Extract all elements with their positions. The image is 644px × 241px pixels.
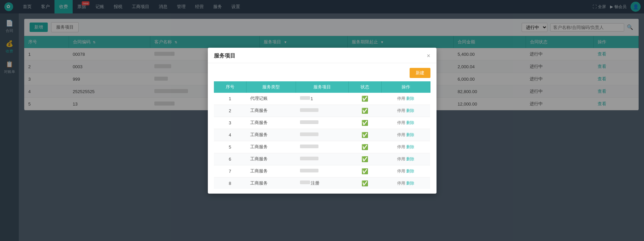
modal-table-row: 5 工商服务 ✅ 停用 删除	[214, 141, 430, 153]
modal-cell-action: 停用 删除	[381, 93, 430, 105]
modal-cell-status: ✅	[349, 177, 382, 189]
modal-cell-type: 工商服务	[246, 129, 296, 141]
modal-cell-status: ✅	[349, 117, 382, 129]
modal-cell-item: 1	[296, 93, 349, 105]
disable-button[interactable]: 停用	[397, 108, 405, 114]
delete-button[interactable]: 删除	[406, 108, 414, 114]
modal-cell-action: 停用 删除	[381, 165, 430, 177]
modal-cell-seq: 7	[214, 165, 247, 177]
modal-table-row: 1 代理记账 1 ✅ 停用 删除	[214, 93, 430, 105]
modal-title: 服务项目	[214, 52, 235, 59]
modal-cell-status: ✅	[349, 141, 382, 153]
modal-col-action: 操作	[381, 81, 430, 93]
modal-cell-type: 工商服务	[246, 117, 296, 129]
delete-button[interactable]: 删除	[406, 96, 414, 102]
modal-cell-item	[296, 105, 349, 117]
layout: 📄 合同 💰 收费 📋 对账单 新增 服务项目 进行中 已结束 全部	[0, 13, 644, 241]
disable-button[interactable]: 停用	[397, 168, 405, 174]
modal-table-row: 2 工商服务 ✅ 停用 删除	[214, 105, 430, 117]
modal-cell-status: ✅	[349, 105, 382, 117]
modal-cell-seq: 4	[214, 129, 247, 141]
modal-close-button[interactable]: ×	[427, 52, 430, 59]
modal-col-type: 服务类型	[246, 81, 296, 93]
modal-cell-item	[296, 153, 349, 165]
modal-cell-seq: 6	[214, 153, 247, 165]
modal-cell-type: 工商服务	[246, 105, 296, 117]
modal-toolbar: 新建	[214, 68, 430, 78]
service-item-modal: 服务项目 × 新建 序号 服务类型 服务项目	[208, 48, 437, 194]
disable-button[interactable]: 停用	[397, 180, 405, 186]
modal-cell-item	[296, 117, 349, 129]
status-active-icon: ✅	[362, 168, 368, 174]
delete-button[interactable]: 删除	[406, 156, 414, 162]
modal-cell-seq: 2	[214, 105, 247, 117]
modal-cell-status: ✅	[349, 165, 382, 177]
modal-cell-item	[296, 141, 349, 153]
modal-cell-action: 停用 删除	[381, 129, 430, 141]
modal-cell-type: 工商服务	[246, 165, 296, 177]
status-active-icon: ✅	[362, 144, 368, 150]
modal-cell-status: ✅	[349, 129, 382, 141]
status-active-icon: ✅	[362, 180, 368, 186]
disable-button[interactable]: 停用	[397, 96, 405, 102]
modal-table-row: 7 工商服务 ✅ 停用 删除	[214, 165, 430, 177]
create-service-button[interactable]: 新建	[410, 68, 430, 78]
modal-cell-seq: 3	[214, 117, 247, 129]
modal-scroll[interactable]: 序号 服务类型 服务项目 状态 操作 1 代理记账 1 ✅ 停用	[214, 81, 430, 189]
status-active-icon: ✅	[362, 96, 368, 102]
modal-cell-item	[296, 165, 349, 177]
modal-cell-seq: 8	[214, 177, 247, 189]
modal-cell-status: ✅	[349, 153, 382, 165]
modal-cell-status: ✅	[349, 93, 382, 105]
disable-button[interactable]: 停用	[397, 120, 405, 126]
modal-cell-type: 工商服务	[246, 177, 296, 189]
modal-table-row: 6 工商服务 ✅ 停用 删除	[214, 153, 430, 165]
modal-table-row: 3 工商服务 ✅ 停用 删除	[214, 117, 430, 129]
delete-button[interactable]: 删除	[406, 132, 414, 138]
modal-body: 新建 序号 服务类型 服务项目 状态 操作	[208, 63, 437, 194]
modal-cell-type: 工商服务	[246, 153, 296, 165]
delete-button[interactable]: 删除	[406, 168, 414, 174]
delete-button[interactable]: 删除	[406, 180, 414, 186]
status-active-icon: ✅	[362, 132, 368, 138]
modal-cell-seq: 5	[214, 141, 247, 153]
modal-cell-action: 停用 删除	[381, 153, 430, 165]
modal-cell-item	[296, 129, 349, 141]
modal-cell-action: 停用 删除	[381, 141, 430, 153]
status-active-icon: ✅	[362, 156, 368, 162]
modal-col-item: 服务项目	[296, 81, 349, 93]
disable-button[interactable]: 停用	[397, 132, 405, 138]
modal-table: 序号 服务类型 服务项目 状态 操作 1 代理记账 1 ✅ 停用	[214, 81, 430, 189]
main-content: 新增 服务项目 进行中 已结束 全部 🔍 序号 合同编码	[19, 13, 644, 241]
modal-cell-item: 注册	[296, 177, 349, 189]
status-active-icon: ✅	[362, 108, 368, 114]
delete-button[interactable]: 删除	[406, 144, 414, 150]
modal-col-status: 状态	[349, 81, 382, 93]
modal-overlay[interactable]: 服务项目 × 新建 序号 服务类型 服务项目	[19, 13, 644, 241]
modal-table-row: 4 工商服务 ✅ 停用 删除	[214, 129, 430, 141]
modal-header: 服务项目 ×	[208, 48, 437, 63]
modal-cell-action: 停用 删除	[381, 105, 430, 117]
modal-cell-type: 工商服务	[246, 141, 296, 153]
modal-cell-seq: 1	[214, 93, 247, 105]
modal-cell-type: 代理记账	[246, 93, 296, 105]
modal-table-row: 8 工商服务 注册 ✅ 停用 删除	[214, 177, 430, 189]
delete-button[interactable]: 删除	[406, 120, 414, 126]
modal-cell-action: 停用 删除	[381, 117, 430, 129]
disable-button[interactable]: 停用	[397, 156, 405, 162]
status-active-icon: ✅	[362, 120, 368, 126]
disable-button[interactable]: 停用	[397, 144, 405, 150]
modal-col-seq: 序号	[214, 81, 247, 93]
modal-cell-action: 停用 删除	[381, 177, 430, 189]
